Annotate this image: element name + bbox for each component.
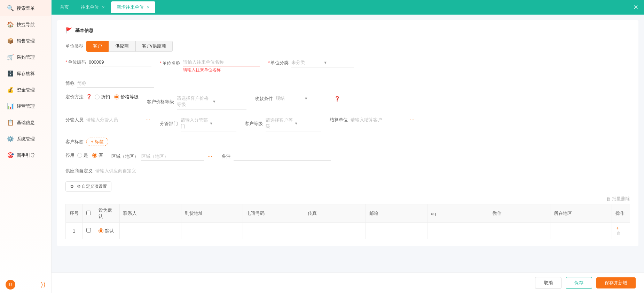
col-checkbox[interactable] — [83, 204, 95, 223]
sidebar-item-purchase[interactable]: 🛒 采购管理 — [0, 49, 51, 65]
row-phone-input[interactable] — [246, 228, 301, 234]
row-address-input[interactable] — [185, 228, 239, 234]
row-fax[interactable] — [304, 223, 366, 239]
department-select[interactable]: 请输入分管部门 ▼ — [181, 116, 236, 131]
unit-type-supplier-btn[interactable]: 供应商 — [109, 41, 135, 52]
tab-new-counterparty-close[interactable]: ✕ — [147, 5, 150, 10]
row-region[interactable] — [550, 223, 612, 239]
save-new-button[interactable]: 保存并新增 — [596, 277, 636, 288]
manager-input[interactable] — [86, 116, 142, 124]
supplier-custom-input[interactable] — [95, 167, 172, 175]
unit-category-label: *单位分类 — [268, 60, 289, 66]
customer-price-level-select[interactable]: 请选择客户价格等级 ▼ — [177, 94, 246, 109]
sidebar-item-inventory[interactable]: 🗄️ 库存核算 — [0, 65, 51, 82]
short-name-label: 简称 — [65, 80, 74, 87]
row-qq[interactable] — [427, 223, 489, 239]
row-address[interactable] — [181, 223, 243, 239]
row-email[interactable] — [366, 223, 427, 239]
manager-more-btn[interactable]: ··· — [144, 117, 151, 123]
sidebar-item-quick-nav[interactable]: 🏠 快捷导航 — [0, 16, 51, 33]
row-checkbox[interactable] — [86, 228, 91, 233]
col-email: 邮箱 — [366, 204, 427, 223]
disabled-yes-circle — [77, 153, 82, 158]
custom-settings-btn[interactable]: ⚙ ⚙ 自定义项设置 — [65, 181, 111, 192]
row-contact-input[interactable] — [123, 228, 178, 234]
row-contact[interactable] — [120, 223, 181, 239]
add-tag-btn[interactable]: + 标签 — [86, 138, 108, 146]
row-email-input[interactable] — [369, 228, 424, 234]
select-all-checkbox[interactable] — [86, 211, 91, 215]
disabled-no-radio[interactable]: 否 — [92, 152, 103, 158]
tab-counterparty[interactable]: 往来单位 ✕ — [75, 1, 110, 13]
sidebar-bottom: U ⟩⟩ — [0, 276, 51, 293]
pricing-discount-radio[interactable]: 折扣 — [95, 94, 110, 100]
pricing-row: 定价方法 ❓ 折扣 价格等级 — [65, 94, 630, 109]
sidebar-item-finance[interactable]: 💰 资金管理 — [0, 82, 51, 98]
remark-input[interactable] — [234, 152, 331, 161]
pricing-level-label: 价格等级 — [120, 94, 139, 100]
close-all-tabs-icon[interactable]: ✕ — [630, 2, 641, 13]
tab-home[interactable]: 首页 — [54, 1, 74, 13]
department-chevron: ▼ — [209, 121, 236, 125]
row-default-circle — [99, 228, 103, 233]
row-delete-btn[interactable]: 🗑 — [616, 231, 621, 236]
row-qq-input[interactable] — [431, 228, 485, 234]
pricing-method-label: 定价方法 ❓ — [65, 94, 92, 100]
unit-code-input[interactable] — [89, 58, 151, 66]
pricing-method-radio-group: 折扣 价格等级 — [95, 94, 139, 100]
sidebar-item-sales[interactable]: 📦 销售管理 — [0, 33, 51, 49]
sales-icon: 📦 — [7, 38, 14, 44]
unit-type-customer-btn[interactable]: 客户 — [86, 41, 109, 52]
unit-code-group: *单位编码 — [65, 58, 151, 66]
remark-label: 备注 — [222, 153, 231, 160]
unit-name-input[interactable] — [183, 58, 260, 66]
manager-label: 分管人员 — [65, 117, 84, 123]
disabled-group: 停用 是 否 — [65, 152, 103, 158]
sidebar-item-system[interactable]: ⚙️ 系统管理 — [0, 131, 51, 147]
short-name-input[interactable] — [77, 79, 154, 88]
table-header: 序号 设为默认 联系人 到货地址 电话号码 传真 邮箱 qq 微信 — [66, 204, 630, 223]
purchase-icon: 🛒 — [7, 54, 14, 60]
pricing-level-radio[interactable]: 价格等级 — [114, 94, 139, 100]
row-add-btn[interactable]: + — [616, 226, 619, 231]
row-fax-input[interactable] — [308, 228, 362, 234]
sidebar-item-basic-info[interactable]: 📋 基础信息 — [0, 114, 51, 131]
customer-price-level-label: 客户价格等级 — [147, 99, 174, 105]
col-region: 所在地区 — [550, 204, 612, 223]
region-more-btn[interactable]: ··· — [206, 153, 213, 160]
customer-level-select[interactable]: 请选择客户等级 ▼ — [266, 116, 321, 131]
sidebar-item-search[interactable]: 🔍 搜索菜单 — [0, 0, 51, 16]
disabled-yes-radio[interactable]: 是 — [77, 152, 88, 158]
tab-new-counterparty[interactable]: 新增往来单位 ✕ — [111, 1, 155, 13]
payment-terms-select[interactable]: 现结 ▼ — [276, 94, 331, 103]
batch-delete-btn[interactable]: 🗑 批量删除 — [65, 196, 630, 202]
code-name-category-row: *单位编码 *单位名称 请输入往来单位名称 — [65, 58, 630, 73]
row-phone[interactable] — [243, 223, 304, 239]
region-input[interactable] — [141, 152, 204, 161]
settlement-unit-input[interactable] — [351, 116, 406, 124]
main: 首页 往来单位 ✕ 新增往来单位 ✕ ✕ 🚩 基本信息 单 — [52, 0, 644, 293]
save-button[interactable]: 保存 — [566, 277, 592, 289]
row-checkbox-cell[interactable] — [83, 223, 95, 239]
cancel-button[interactable]: 取消 — [535, 277, 561, 289]
settlement-unit-more-btn[interactable]: ··· — [408, 117, 416, 123]
row-region-input[interactable] — [554, 228, 608, 234]
row-actions: + 🗑 — [612, 223, 630, 239]
row-wechat-input[interactable] — [493, 228, 547, 234]
unit-type-both-btn[interactable]: 客户/供应商 — [135, 41, 173, 52]
unit-category-select[interactable]: 未分类 ▼ — [291, 58, 354, 67]
pricing-help-icon[interactable]: ❓ — [86, 94, 92, 99]
home-icon: 🏠 — [7, 21, 14, 28]
supplier-custom-label: 供应商自定义 — [65, 168, 93, 174]
settlement-unit-field-wrapper: ··· — [351, 116, 416, 124]
sidebar-item-guide[interactable]: 🎯 新手引导 — [0, 147, 51, 163]
sidebar-item-operations[interactable]: 📊 经营管理 — [0, 98, 51, 114]
row-wechat[interactable] — [489, 223, 550, 239]
payment-terms-help-icon[interactable]: ❓ — [334, 96, 340, 101]
tab-counterparty-close[interactable]: ✕ — [102, 5, 105, 10]
row-default-radio[interactable]: 默认 — [99, 228, 116, 234]
basic-info-icon: 📋 — [7, 119, 14, 126]
expand-icon[interactable]: ⟩⟩ — [41, 281, 46, 288]
table-row: 1 默认 — [66, 223, 630, 239]
col-address: 到货地址 — [181, 204, 243, 223]
